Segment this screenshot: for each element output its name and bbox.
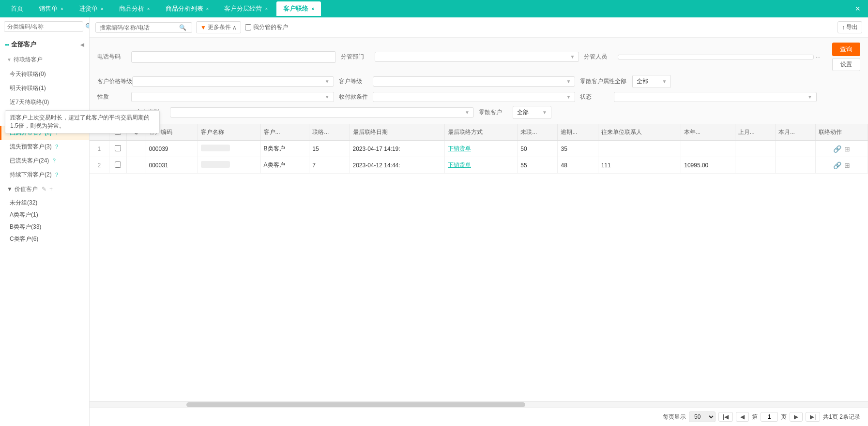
sidebar-value-section[interactable]: ▼ 价值客户 ✎ + <box>0 182 89 195</box>
per-page-select[interactable]: 50 20 100 <box>689 411 716 422</box>
tab-customer-contact-close[interactable]: × <box>311 6 314 12</box>
adv-cust-level-label: 客户等级 <box>339 77 373 86</box>
row1-link-icon[interactable]: 🔗 <box>833 145 841 153</box>
tab-sales[interactable]: 销售单 × <box>32 1 70 16</box>
row2-grid-icon[interactable]: ⊞ <box>844 162 850 169</box>
col-this-year-header[interactable]: 本年... <box>681 124 735 141</box>
filter-search-icon: 🔍 <box>179 24 186 31</box>
sidebar-item-tomorrow[interactable]: 明天待联络(1) <box>0 81 89 95</box>
table-row: 2 000031 A类客户 7 2023-04-12 14:44: <box>90 157 868 174</box>
row2-action: 🔗 ⊞ <box>816 157 868 174</box>
row1-grid-icon[interactable]: ⊞ <box>844 145 850 153</box>
col-last-month-header[interactable]: 上月... <box>735 124 775 141</box>
row2-checkbox[interactable] <box>115 162 121 168</box>
row2-overdue: 48 <box>558 157 598 174</box>
adv-payment-select[interactable]: ▼ <box>373 92 576 102</box>
sidebar-item-loss-warning[interactable]: 流失预警客户(3) ? <box>0 140 89 154</box>
adv-cust-level-select[interactable]: ▼ <box>373 76 576 87</box>
sidebar-search-input[interactable] <box>4 21 83 32</box>
tab-purchase[interactable]: 进货单 × <box>72 1 110 16</box>
tab-customer-contact[interactable]: 客户联络 × <box>276 1 321 16</box>
export-btn[interactable]: ↑ 导出 <box>838 21 862 33</box>
sidebar-item-declining[interactable]: 持续下滑客户(2) ? <box>0 168 89 182</box>
adv-row-1: 电话号码 分管部门 ▼ 分管人员 ··· 查询 <box>97 43 860 71</box>
sidebar-value-edit-icon[interactable]: ✎ <box>42 186 46 192</box>
sidebar-search-btn[interactable]: 🔍 <box>85 23 90 30</box>
adv-row-2: 客户价格等级 ▼ 客户等级 ▼ 零散客户属性 全部 <box>97 75 860 88</box>
sidebar-item-7days[interactable]: 近7天待联络(0) <box>0 95 89 109</box>
adv-payment-label: 收付款条件 <box>339 93 373 101</box>
row1-checkbox[interactable] <box>115 145 121 151</box>
row1-type: B类客户 <box>260 141 309 157</box>
next-page-btn[interactable]: ▶ <box>790 412 803 422</box>
tab-home-label: 首页 <box>11 4 23 13</box>
sidebar-value-label: 价值客户 <box>15 185 38 193</box>
horizontal-scrollbar[interactable] <box>90 401 868 407</box>
tab-purchase-close[interactable]: × <box>101 6 104 12</box>
sidebar-item-c-class[interactable]: C类客户(6) <box>0 233 89 245</box>
window-close-btn[interactable]: × <box>851 2 864 16</box>
first-page-btn[interactable]: |◀ <box>718 412 733 422</box>
adv-status-select[interactable]: ▼ <box>614 92 817 102</box>
sidebar-item-b-class[interactable]: B类客户(33) <box>0 221 89 233</box>
adv-price-level-select[interactable]: ▼ <box>132 76 334 87</box>
col-type-header[interactable]: 客户... <box>260 124 309 141</box>
sidebar-collapse-btn[interactable]: ◀ <box>80 42 84 47</box>
tab-customer-layer-label: 客户分层经营 <box>224 4 262 13</box>
row1-action: 🔗 ⊞ <box>816 141 868 157</box>
setting-btn[interactable]: 设置 <box>832 58 860 71</box>
adv-manager-dots[interactable]: ··· <box>814 54 822 60</box>
col-last-method-header[interactable]: 最后联络方式 <box>444 124 517 141</box>
sidebar-pending-section[interactable]: ▼ 待联络客户 <box>0 53 89 65</box>
row2-num: 2 <box>90 157 109 174</box>
tab-analysis[interactable]: 商品分析 × <box>112 1 157 16</box>
prev-page-btn[interactable]: ◀ <box>736 412 749 422</box>
sidebar-item-lost[interactable]: 已流失客户(24) ? <box>0 154 89 168</box>
adv-nature-select[interactable]: ▼ <box>131 92 334 102</box>
adv-price-level-field: 客户价格等级 ▼ <box>97 76 334 87</box>
last-page-btn[interactable]: ▶| <box>806 412 820 422</box>
tab-customer-layer[interactable]: 客户分层经营 × <box>217 1 274 16</box>
page-end-label: 页 <box>781 413 787 421</box>
col-unit-contact-header[interactable]: 往来单位联系人 <box>598 124 681 141</box>
row2-link-icon[interactable]: 🔗 <box>833 162 841 169</box>
col-this-month-header[interactable]: 本月... <box>775 124 815 141</box>
sidebar-value-add-icon[interactable]: + <box>49 186 53 192</box>
more-conditions-btn[interactable]: ▼ 更多条件 ∧ <box>196 21 241 33</box>
filter-search-input[interactable] <box>100 24 177 31</box>
adv-phone-input[interactable] <box>131 51 336 63</box>
adv-cust-level-field: 客户等级 ▼ <box>339 76 576 87</box>
tab-analysis-list-close[interactable]: × <box>206 6 209 12</box>
col-contact-header[interactable]: 联络... <box>309 124 350 141</box>
row2-last-method-link[interactable]: 下销货单 <box>448 162 471 168</box>
row2-this-month <box>775 157 815 174</box>
sidebar-item-a-class[interactable]: A类客户(1) <box>0 209 89 221</box>
page-number-input[interactable] <box>761 412 778 422</box>
sidebar-item-today[interactable]: 今天待联络(0) <box>0 67 89 81</box>
adv-retail-attr-select[interactable]: 全部▼ <box>632 75 671 88</box>
col-name-header[interactable]: 客户名称 <box>198 124 260 141</box>
tab-analysis-list[interactable]: 商品分析列表 × <box>159 1 216 16</box>
adv-retail-select[interactable]: 全部▼ <box>513 106 551 119</box>
row1-num: 1 <box>90 141 109 157</box>
tab-sales-close[interactable]: × <box>61 6 63 12</box>
tab-home[interactable]: 首页 <box>4 1 30 16</box>
sidebar-all-customers[interactable]: ▪▪ 全部客户 ◀ <box>0 36 89 53</box>
h-scroll-thumb[interactable] <box>186 402 525 407</box>
col-pending-header[interactable]: 未联... <box>518 124 558 141</box>
row2-last-method[interactable]: 下销货单 <box>444 157 517 174</box>
row1-last-method-link[interactable]: 下销货单 <box>448 145 471 152</box>
my-customers-checkbox[interactable] <box>245 24 251 30</box>
adv-manager-select[interactable] <box>618 55 814 59</box>
tab-customer-layer-close[interactable]: × <box>265 6 268 12</box>
query-btn[interactable]: 查询 <box>832 43 860 56</box>
col-overdue-header[interactable]: 逾期... <box>558 124 598 141</box>
row1-last-method[interactable]: 下销货单 <box>444 141 517 157</box>
total-label: 共1页 2条记录 <box>823 413 860 421</box>
adv-cust-type-select[interactable]: ▼ <box>170 107 474 118</box>
adv-dept-select[interactable]: ▼ <box>375 52 579 62</box>
tab-analysis-close[interactable]: × <box>147 6 150 12</box>
adv-nature-label: 性质 <box>97 93 131 101</box>
col-last-date-header[interactable]: 最后联络日期 <box>350 124 444 141</box>
sidebar-item-ungroup[interactable]: 未分组(32) <box>0 197 89 209</box>
